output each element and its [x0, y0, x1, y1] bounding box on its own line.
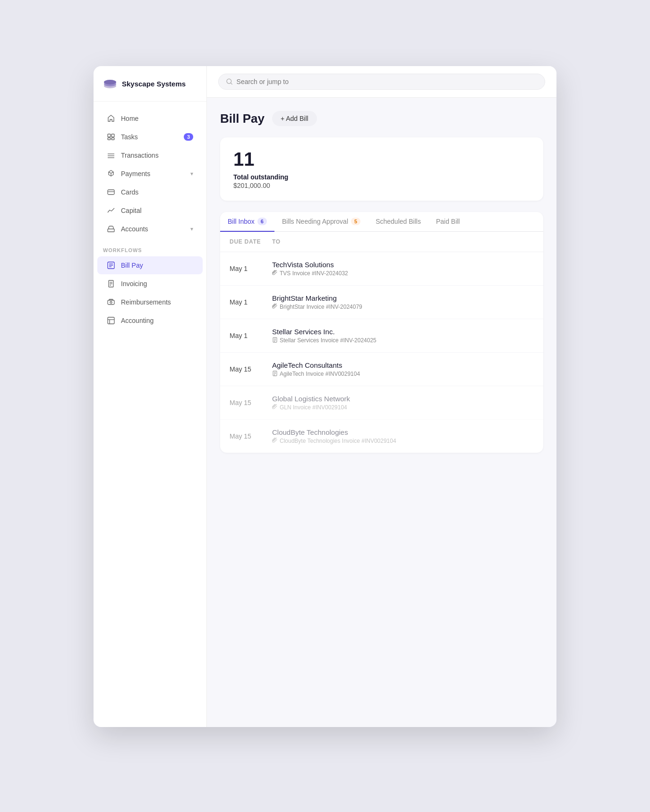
bill-invoice: GLN Invoice #INV0029104	[272, 404, 534, 411]
add-bill-button[interactable]: + Add Bill	[272, 111, 317, 126]
invoice-number: BrightStar Invoice #INV-2024079	[280, 304, 362, 310]
tasks-icon	[107, 133, 115, 141]
bill-date: May 15	[230, 399, 272, 406]
accounting-label: Accounting	[121, 317, 154, 324]
tab-scheduled-bills-label: Scheduled Bills	[376, 218, 421, 225]
svg-rect-6	[111, 138, 114, 140]
sidebar-item-transactions[interactable]: Transactions	[97, 146, 203, 164]
search-input[interactable]	[237, 78, 537, 85]
company-logo	[103, 76, 117, 91]
search-icon	[226, 78, 233, 85]
svg-rect-12	[108, 229, 114, 232]
tab-bills-needing-approval-badge: 5	[351, 218, 360, 225]
svg-rect-21	[108, 300, 114, 304]
bill-vendor: Stellar Services Inc.	[272, 328, 534, 336]
bill-date: May 1	[230, 298, 272, 306]
invoice-number: Stellar Services Invoice #INV-2024025	[280, 337, 376, 344]
svg-rect-5	[108, 138, 111, 140]
table-row[interactable]: May 15 CloudByte Technologies CloudByte …	[220, 420, 543, 453]
invoicing-label: Invoicing	[121, 280, 147, 288]
tab-bills-needing-approval[interactable]: Bills Needing Approval 5	[274, 212, 368, 232]
bill-invoice: TVS Invoice #INV-2024032	[272, 270, 534, 277]
table-row[interactable]: May 1 BrightStar Marketing BrightStar In…	[220, 286, 543, 319]
table-row[interactable]: May 1 TechVista Solutions TVS Invoice #I…	[220, 252, 543, 286]
bill-date: May 15	[230, 432, 272, 440]
bill-vendor: TechVista Solutions	[272, 261, 534, 269]
page-title: Bill Pay	[220, 111, 265, 126]
sidebar-item-invoicing[interactable]: Invoicing	[97, 275, 203, 293]
svg-point-2	[104, 80, 116, 85]
search-bar[interactable]	[218, 74, 545, 90]
sidebar-item-bill-pay[interactable]: Bill Pay	[97, 256, 203, 274]
summary-amount: $201,000.00	[233, 182, 530, 189]
company-name: Skyscape Systems	[122, 80, 186, 88]
tab-paid-bills-label: Paid Bill	[436, 218, 460, 225]
sidebar: Skyscape Systems Home	[94, 66, 207, 727]
invoice-icon	[272, 438, 278, 444]
tab-bill-inbox-badge: 6	[257, 218, 267, 225]
sidebar-item-cards[interactable]: Cards	[97, 183, 203, 201]
bill-vendor: AgileTech Consultants	[272, 361, 534, 369]
top-bar	[207, 66, 556, 98]
bill-info: Stellar Services Inc. Stellar Services I…	[272, 328, 534, 344]
bill-info: BrightStar Marketing BrightStar Invoice …	[272, 294, 534, 310]
page-header: Bill Pay + Add Bill	[220, 111, 543, 126]
payments-label: Payments	[121, 170, 150, 178]
invoice-number: AgileTech Invoice #INV0029104	[280, 371, 360, 377]
sidebar-item-accounting[interactable]: Accounting	[97, 312, 203, 330]
page-body: Bill Pay + Add Bill 11 Total outstanding…	[207, 98, 556, 727]
invoicing-icon	[107, 279, 115, 288]
bills-list: May 1 TechVista Solutions TVS Invoice #I…	[220, 252, 543, 453]
tab-bills-needing-approval-label: Bills Needing Approval	[282, 218, 348, 225]
invoice-icon	[272, 270, 278, 277]
invoice-number: GLN Invoice #INV0029104	[280, 404, 347, 411]
accounts-chevron: ▾	[190, 226, 193, 232]
sidebar-item-accounts[interactable]: Accounts ▾	[97, 220, 203, 238]
table-row[interactable]: May 1 Stellar Services Inc. Stellar Serv…	[220, 319, 543, 353]
bill-date: May 1	[230, 332, 272, 339]
table-row[interactable]: May 15 AgileTech Consultants AgileTech I…	[220, 353, 543, 386]
reimbursements-label: Reimbursements	[121, 298, 171, 306]
tab-paid-bills[interactable]: Paid Bill	[428, 212, 468, 232]
tab-scheduled-bills[interactable]: Scheduled Bills	[368, 212, 428, 232]
sidebar-item-reimbursements[interactable]: Reimbursements	[97, 293, 203, 311]
app-wrapper: Skyscape Systems Home	[94, 66, 556, 727]
bill-invoice: Stellar Services Invoice #INV-2024025	[272, 337, 534, 344]
transactions-label: Transactions	[121, 152, 159, 159]
payments-chevron: ▾	[190, 170, 193, 177]
bill-pay-icon	[107, 261, 115, 270]
bill-invoice: AgileTech Invoice #INV0029104	[272, 371, 534, 377]
sidebar-item-tasks[interactable]: Tasks 3	[97, 128, 203, 146]
tabs-container: Bill Inbox 6 Bills Needing Approval 5 Sc…	[220, 212, 543, 232]
sidebar-item-payments[interactable]: Payments ▾	[97, 165, 203, 183]
summary-count: 11	[233, 149, 530, 169]
bill-vendor: BrightStar Marketing	[272, 294, 534, 302]
home-label: Home	[121, 115, 138, 122]
bill-info: TechVista Solutions TVS Invoice #INV-202…	[272, 261, 534, 277]
cards-icon	[107, 188, 115, 196]
payments-icon	[107, 169, 115, 178]
sidebar-item-home[interactable]: Home	[97, 110, 203, 127]
bill-info: AgileTech Consultants AgileTech Invoice …	[272, 361, 534, 377]
bill-pay-label: Bill Pay	[121, 262, 143, 269]
sidebar-item-capital[interactable]: Capital	[97, 202, 203, 220]
sidebar-header: Skyscape Systems	[94, 66, 206, 102]
bill-date: May 1	[230, 265, 272, 272]
bills-table: Bill Inbox 6 Bills Needing Approval 5 Sc…	[220, 212, 543, 453]
table-row[interactable]: May 15 Global Logistics Network GLN Invo…	[220, 386, 543, 420]
summary-label: Total outstanding	[233, 173, 530, 181]
invoice-icon	[272, 404, 278, 411]
bill-invoice: CloudByte Technologies Invoice #INV00291…	[272, 438, 534, 444]
tab-bill-inbox[interactable]: Bill Inbox 6	[220, 212, 274, 232]
svg-rect-4	[111, 134, 114, 137]
invoice-icon	[272, 371, 278, 377]
bill-invoice: BrightStar Invoice #INV-2024079	[272, 304, 534, 310]
table-header: Due date To	[220, 232, 543, 252]
summary-card: 11 Total outstanding $201,000.00	[220, 137, 543, 201]
cards-label: Cards	[121, 188, 138, 196]
tab-bill-inbox-label: Bill Inbox	[228, 218, 255, 225]
col-to-header: To	[272, 238, 534, 245]
transactions-icon	[107, 151, 115, 160]
bill-info: CloudByte Technologies CloudByte Technol…	[272, 428, 534, 444]
svg-rect-23	[108, 317, 114, 324]
